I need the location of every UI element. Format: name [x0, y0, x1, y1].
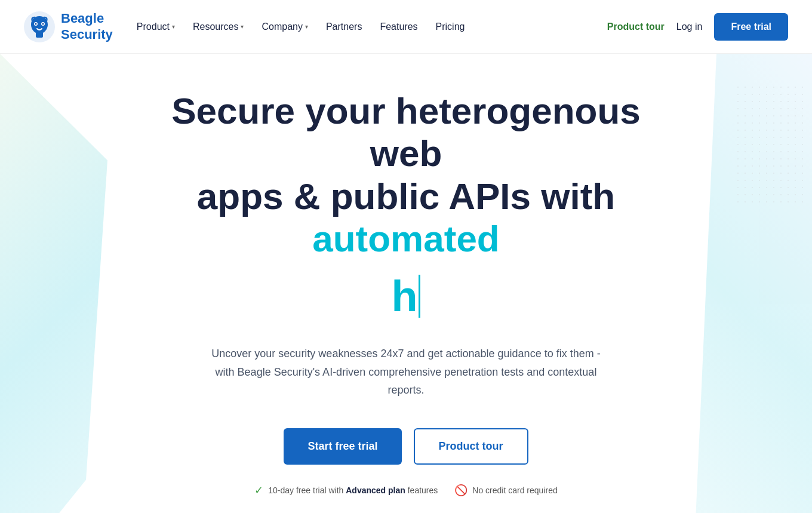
checkmark-icon: ✓ [254, 484, 263, 497]
nav-item-resources[interactable]: Resources ▾ [193, 21, 244, 32]
svg-point-4 [42, 23, 44, 24]
navbar-right: Product tour Log in Free trial [607, 13, 788, 41]
hero-subtitle: Uncover your security weaknesses 24x7 an… [203, 345, 609, 400]
nav-item-pricing[interactable]: Pricing [436, 21, 465, 32]
nav-login-link[interactable]: Log in [676, 21, 703, 32]
nav-links: Product ▾ Resources ▾ Company ▾ Partners… [137, 21, 465, 32]
hero-section: Secure your heterogenous web apps & publ… [0, 54, 812, 513]
svg-point-3 [35, 23, 37, 24]
navbar: Beagle Security Product ▾ Resources ▾ Co… [0, 0, 812, 54]
nav-product-tour-link[interactable]: Product tour [607, 21, 665, 32]
start-free-trial-button[interactable]: Start free trial [284, 428, 401, 465]
hero-buttons: Start free trial Product tour [161, 428, 651, 465]
no-credit-card-icon: 🚫 [454, 484, 467, 497]
hero-headline: Secure your heterogenous web apps & publ… [161, 90, 651, 260]
trust-no-card-item: 🚫 No credit card required [454, 484, 557, 497]
hero-animated-line: h [161, 272, 651, 321]
nav-item-company[interactable]: Company ▾ [262, 21, 307, 32]
beagle-logo-icon [24, 11, 55, 42]
typing-cursor [419, 275, 420, 318]
hero-highlight: automated [312, 218, 499, 259]
typed-character: h [392, 272, 418, 321]
nav-item-partners[interactable]: Partners [326, 21, 362, 32]
trust-row: ✓ 10-day free trial with Advanced plan f… [161, 484, 651, 497]
chevron-down-icon: ▾ [305, 23, 308, 30]
nav-item-features[interactable]: Features [380, 21, 417, 32]
nav-item-product[interactable]: Product ▾ [137, 21, 175, 32]
chevron-down-icon: ▾ [241, 23, 244, 30]
trust-trial-item: ✓ 10-day free trial with Advanced plan f… [254, 484, 438, 497]
hero-content: Secure your heterogenous web apps & publ… [137, 54, 675, 513]
hero-bg-right [693, 54, 812, 513]
navbar-left: Beagle Security Product ▾ Resources ▾ Co… [24, 11, 465, 42]
logo[interactable]: Beagle Security [24, 11, 113, 42]
logo-text: Beagle Security [61, 11, 113, 42]
product-tour-button[interactable]: Product tour [414, 428, 528, 465]
hero-bg-left [0, 54, 107, 513]
chevron-down-icon: ▾ [172, 23, 175, 30]
free-trial-button[interactable]: Free trial [714, 13, 788, 41]
